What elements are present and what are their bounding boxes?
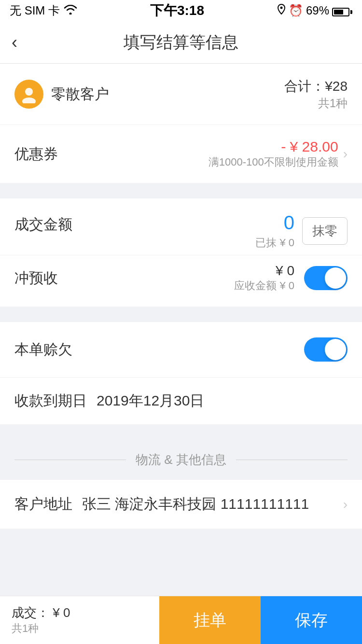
page-title: 填写结算等信息 bbox=[124, 31, 238, 54]
transaction-section: 成交金额 0 已抹 ¥ 0 抹零 冲预收 ¥ 0 应收金额 ¥ 0 bbox=[0, 198, 362, 307]
bottom-deal-amount: 成交： ¥ 0 bbox=[12, 604, 148, 621]
toggle-knob bbox=[325, 267, 346, 289]
bottom-deal-count: 共1种 bbox=[12, 621, 148, 636]
status-time: 下午3:18 bbox=[150, 1, 204, 20]
debt-label: 本单赊欠 bbox=[14, 340, 72, 360]
due-date-label: 收款到期日 bbox=[14, 391, 87, 411]
status-right: ⏰ 69% bbox=[277, 4, 352, 17]
bottom-spacer bbox=[0, 536, 362, 585]
round-off-button[interactable]: 抹零 bbox=[302, 217, 348, 245]
address-row[interactable]: 客户地址 张三 海淀永丰科技园 11111111111 › bbox=[0, 480, 362, 529]
customer-total: 合计：¥28 共1种 bbox=[284, 77, 348, 111]
save-button[interactable]: 保存 bbox=[261, 596, 362, 644]
prereceive-toggle[interactable] bbox=[304, 266, 348, 290]
debt-toggle-knob bbox=[325, 339, 346, 360]
amount-label: 成交金额 bbox=[14, 212, 72, 235]
logistics-header: 物流 & 其他信息 bbox=[0, 440, 362, 480]
amount-value: 0 bbox=[255, 212, 294, 234]
customer-row[interactable]: 零散客户 合计：¥28 共1种 bbox=[0, 64, 362, 125]
battery-icon bbox=[332, 4, 352, 17]
hang-order-button[interactable]: 挂单 bbox=[159, 596, 261, 644]
svg-point-1 bbox=[25, 88, 33, 96]
total-amount: 合计：¥28 bbox=[284, 77, 348, 96]
amount-sub: 已抹 ¥ 0 bbox=[255, 236, 294, 250]
prereceive-label: 冲预收 bbox=[14, 268, 58, 288]
customer-name: 零散客户 bbox=[51, 84, 109, 104]
battery-text: 69% bbox=[306, 4, 329, 17]
debt-toggle[interactable] bbox=[304, 337, 348, 362]
logistics-title: 物流 & 其他信息 bbox=[136, 451, 226, 468]
status-left: 无 SIM 卡 bbox=[10, 3, 77, 18]
due-date-row[interactable]: 收款到期日 2019年12月30日 bbox=[0, 377, 362, 424]
amount-value-area: 0 已抹 ¥ 0 bbox=[255, 212, 294, 250]
alarm-icon: ⏰ bbox=[289, 4, 303, 17]
wifi-icon bbox=[64, 4, 77, 17]
prereceive-right: ¥ 0 应收金额 ¥ 0 bbox=[234, 263, 348, 293]
debt-row: 本单赊欠 bbox=[0, 322, 362, 377]
total-count: 共1种 bbox=[284, 96, 348, 111]
due-date-value: 2019年12月30日 bbox=[97, 391, 204, 411]
coupon-label: 优惠券 bbox=[14, 144, 58, 164]
address-section: 客户地址 张三 海淀永丰科技园 11111111111 › bbox=[0, 480, 362, 529]
bottom-bar: 成交： ¥ 0 共1种 挂单 保存 bbox=[0, 596, 362, 644]
coupon-row[interactable]: 优惠券 - ¥ 28.00 满1000-100不限制使用金额 › bbox=[0, 125, 362, 183]
bottom-info: 成交： ¥ 0 共1种 bbox=[0, 604, 159, 636]
address-label: 客户地址 bbox=[14, 494, 72, 514]
location-icon bbox=[277, 4, 286, 17]
section-divider-1 bbox=[0, 191, 362, 198]
customer-left: 零散客户 bbox=[14, 80, 109, 109]
section-divider-2 bbox=[0, 314, 362, 322]
prereceive-row: 冲预收 ¥ 0 应收金额 ¥ 0 bbox=[0, 255, 362, 307]
prereceive-value-area: ¥ 0 应收金额 ¥ 0 bbox=[234, 263, 294, 293]
debt-section: 本单赊欠 收款到期日 2019年12月30日 bbox=[0, 322, 362, 424]
prereceive-amount: ¥ 0 bbox=[234, 263, 294, 279]
divider-line-left bbox=[14, 460, 126, 460]
nav-bar: ‹ 填写结算等信息 bbox=[0, 21, 362, 64]
divider-line-right bbox=[236, 460, 348, 460]
prereceive-sub: 应收金额 ¥ 0 bbox=[234, 279, 294, 293]
customer-section: 零散客户 合计：¥28 共1种 优惠券 - ¥ 28.00 满1000-100不… bbox=[0, 64, 362, 183]
section-divider-3 bbox=[0, 432, 362, 440]
coupon-desc: 满1000-100不限制使用金额 bbox=[209, 155, 338, 169]
svg-point-2 bbox=[22, 98, 36, 103]
address-value: 张三 海淀永丰科技园 11111111111 bbox=[82, 494, 343, 514]
amount-right: 0 已抹 ¥ 0 抹零 bbox=[255, 212, 348, 250]
status-bar: 无 SIM 卡 下午3:18 ⏰ 69% bbox=[0, 0, 362, 21]
back-button[interactable]: ‹ bbox=[12, 32, 17, 53]
address-chevron-icon: › bbox=[343, 497, 348, 512]
coupon-value-area: - ¥ 28.00 满1000-100不限制使用金额 bbox=[209, 139, 338, 169]
svg-point-0 bbox=[280, 7, 282, 9]
coupon-right: - ¥ 28.00 满1000-100不限制使用金额 › bbox=[209, 139, 348, 169]
avatar bbox=[14, 80, 43, 109]
coupon-amount: - ¥ 28.00 bbox=[209, 139, 338, 155]
amount-row: 成交金额 0 已抹 ¥ 0 抹零 bbox=[0, 198, 362, 255]
chevron-right-icon: › bbox=[343, 146, 348, 162]
no-sim-text: 无 SIM 卡 bbox=[10, 3, 60, 18]
